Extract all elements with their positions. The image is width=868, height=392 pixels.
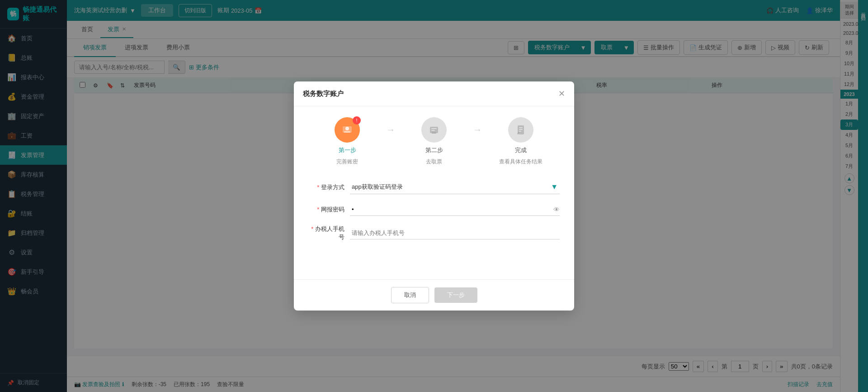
svg-rect-5 (431, 130, 435, 131)
password-input[interactable] (350, 203, 553, 215)
arrow1: → (386, 124, 395, 135)
svg-rect-9 (519, 129, 523, 130)
modal-title: 税务数字账户 (303, 90, 344, 98)
step3-desc: 查看具体任务结果 (499, 158, 542, 166)
modal-header: 税务数字账户 ✕ (294, 81, 574, 106)
cancel-button[interactable]: 取消 (391, 287, 429, 303)
step1-label: 第一步 (339, 146, 356, 154)
modal-close-button[interactable]: ✕ (558, 89, 565, 99)
login-method-label: 登录方式 (308, 183, 344, 191)
svg-rect-6 (432, 132, 436, 134)
step3-icon (508, 117, 533, 143)
step-1: ! 第一步 完善账密 (308, 117, 386, 166)
step-3: 完成 查看具体任务结果 (482, 117, 560, 166)
phone-input[interactable] (350, 227, 560, 239)
step2-icon (421, 117, 447, 143)
login-method-row: 登录方式 app获取验证码登录 ▼ (308, 180, 560, 194)
step1-icon: ! (335, 117, 360, 143)
svg-rect-8 (519, 127, 523, 128)
svg-rect-10 (519, 131, 521, 132)
svg-rect-2 (344, 131, 350, 133)
password-input-wrapper: 👁 (350, 203, 560, 216)
steps-container: ! 第一步 完善账密 → (308, 117, 560, 166)
step-2: 第二步 去取票 (395, 117, 473, 166)
step2-desc: 去取票 (426, 158, 442, 166)
step2-label: 第二步 (425, 146, 443, 154)
phone-label: 办税人手机号 (308, 225, 344, 241)
step1-badge: ! (353, 116, 361, 124)
password-label: 网报密码 (308, 206, 344, 214)
arrow2: → (473, 124, 482, 135)
svg-point-1 (345, 127, 349, 130)
step1-desc: 完善账密 (336, 158, 358, 166)
next-button[interactable]: 下一步 (434, 287, 477, 303)
modal-footer: 取消 下一步 (294, 279, 574, 311)
select-chevron-icon: ▼ (551, 183, 558, 191)
login-method-value: app获取验证码登录 (352, 183, 403, 191)
phone-row: 办税人手机号 (308, 225, 560, 241)
eye-icon[interactable]: 👁 (553, 206, 560, 213)
svg-rect-4 (431, 128, 437, 129)
modal-body: ! 第一步 完善账密 → (294, 106, 574, 279)
form-spacer (308, 250, 560, 268)
modal-overlay: 税务数字账户 ✕ ! 第一步 完善账密 (0, 0, 868, 392)
login-method-select[interactable]: app获取验证码登录 ▼ (350, 180, 560, 194)
step3-label: 完成 (515, 146, 527, 154)
tax-account-modal: 税务数字账户 ✕ ! 第一步 完善账密 (294, 81, 574, 311)
password-row: 网报密码 👁 (308, 203, 560, 216)
